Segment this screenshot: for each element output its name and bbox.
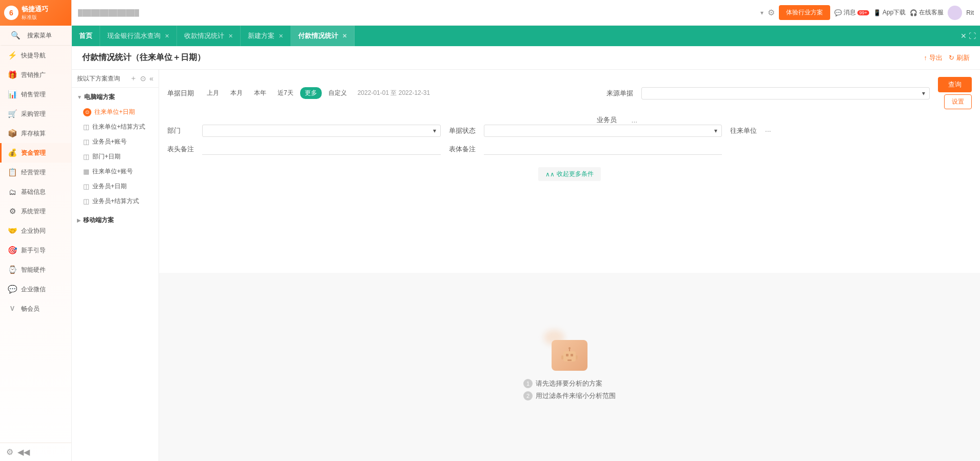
topbar-chevron-icon[interactable]: ▾ — [760, 9, 763, 16]
breadcrumb-path: ██████████████ — [78, 9, 139, 16]
scheme-item-icon: ▦ — [83, 168, 89, 175]
sales-icon: 📊 — [8, 90, 17, 99]
source-select[interactable]: ▾ — [641, 87, 930, 99]
tab-home[interactable]: 首页 — [72, 26, 100, 46]
scheme-item-icon: ◫ — [83, 123, 89, 131]
date-btn-last7[interactable]: 近7天 — [273, 87, 298, 99]
date-btn-custom[interactable]: 自定义 — [324, 87, 351, 99]
sidebar-item-basic-info[interactable]: 🗂 基础信息 — [0, 182, 71, 202]
settings-footer-icon[interactable]: ⚙ — [6, 447, 13, 457]
tab-bank-flow[interactable]: 现金银行流水查询 ✕ — [100, 26, 177, 46]
scheme-group-mobile-header[interactable]: ▶ 移动端方案 — [72, 213, 159, 228]
hardware-icon: ⌚ — [8, 265, 17, 274]
topbar-gear-icon[interactable]: ⚙ — [768, 8, 775, 17]
export-icon: ↑ — [924, 54, 928, 62]
query-btn[interactable]: 查询 — [938, 77, 972, 92]
app-download-icon: 📱 — [873, 9, 881, 16]
scheme-group-mobile: ▶ 移动端方案 — [72, 211, 159, 230]
scheme-item-unit-date[interactable]: ⊙ 往来单位+日期 — [72, 105, 159, 119]
tab-new-scheme[interactable]: 新建方案 ✕ — [241, 26, 291, 46]
scheme-item-label: 业务员+日期 — [92, 182, 127, 191]
scheme-group-desktop-header[interactable]: ▼ 电脑端方案 — [72, 90, 159, 105]
page-title: 付款情况统计（往来单位＋日期） — [82, 52, 205, 63]
date-btn-this-month[interactable]: 本月 — [226, 87, 247, 99]
member-icon: V — [8, 304, 17, 313]
sidebar-item-quick-nav[interactable]: ⚡ 快捷导航 — [0, 46, 71, 65]
date-label: 单据日期 — [167, 89, 198, 98]
topbar-online-service[interactable]: 🎧 在线客服 — [910, 8, 944, 17]
filter-group-header-note: 表头备注 — [167, 143, 441, 155]
date-btn-this-year[interactable]: 本年 — [249, 87, 271, 99]
sidebar-item-inventory[interactable]: 📦 库存核算 — [0, 124, 71, 143]
filter-group-date: 单据日期 上月 本月 本年 近7天 更多 自定义 2022-01-01 至 20… — [167, 87, 598, 99]
sidebar-item-hardware[interactable]: ⌚ 智能硬件 — [0, 260, 71, 279]
sidebar-item-wechat[interactable]: 💬 企业微信 — [0, 279, 71, 299]
sidebar-item-label: 基础信息 — [21, 188, 46, 196]
topbar-app-download[interactable]: 📱 App下载 — [873, 8, 906, 17]
app-title-wrap: 畅捷通巧 标准版 — [22, 5, 48, 21]
scheme-item-dept-date[interactable]: ◫ 部门+日期 — [72, 149, 159, 164]
body-note-input[interactable] — [484, 143, 722, 155]
tab-close-all-icon[interactable]: ✕ — [961, 32, 967, 40]
tab-payment-stats-close-icon[interactable]: ✕ — [342, 33, 347, 39]
scheme-collapse-icon[interactable]: « — [149, 74, 153, 83]
refresh-btn[interactable]: ↻ 刷新 — [949, 53, 970, 63]
salesman-ellipsis[interactable]: ... — [632, 116, 638, 124]
export-btn[interactable]: ↑ 导出 — [924, 53, 943, 63]
scheme-item-label: 往来单位+日期 — [94, 108, 135, 116]
scheme-item-unit-account[interactable]: ▦ 往来单位+账号 — [72, 164, 159, 179]
experience-btn[interactable]: 体验行业方案 — [779, 5, 830, 20]
scheme-settings-icon[interactable]: ⊙ — [140, 74, 146, 83]
settings-btn[interactable]: 设置 — [944, 94, 972, 109]
scheme-item-salesman-settle[interactable]: ◫ 业务员+结算方式 — [72, 194, 159, 209]
sidebar-item-member[interactable]: V 畅会员 — [0, 299, 71, 318]
scheme-item-salesman-date[interactable]: ◫ 业务员+日期 — [72, 179, 159, 194]
app-name: 畅捷通巧 — [22, 5, 48, 14]
tab-expand-icon[interactable]: ⛶ — [969, 32, 976, 40]
tab-payment-stats-label: 付款情况统计 — [298, 31, 338, 41]
sidebar-item-system[interactable]: ⚙ 系统管理 — [0, 202, 71, 221]
basic-info-icon: 🗂 — [8, 187, 17, 196]
tab-new-scheme-close-icon[interactable]: ✕ — [279, 33, 283, 39]
sidebar-item-finance[interactable]: 💰 资金管理 — [0, 143, 71, 163]
step2-label: 用过滤条件来缩小分析范围 — [536, 391, 616, 400]
step1-num: 1 — [523, 379, 533, 388]
sidebar-item-purchase[interactable]: 🛒 采购管理 — [0, 104, 71, 124]
tab-bank-flow-close-icon[interactable]: ✕ — [165, 33, 169, 39]
quick-nav-icon: ⚡ — [8, 51, 17, 60]
sidebar-item-marketing[interactable]: 🎁 营销推广 — [0, 65, 71, 85]
header-note-input[interactable] — [202, 143, 441, 155]
marketing-icon: 🎁 — [8, 70, 17, 79]
user-avatar[interactable] — [948, 6, 962, 20]
empty-text: 1 请先选择要分析的方案 2 用过滤条件来缩小分析范围 — [523, 379, 616, 404]
topbar-messages[interactable]: 💬 消息 99+ — [834, 8, 869, 17]
tab-receivable-close-icon[interactable]: ✕ — [228, 33, 233, 39]
sidebar-item-search[interactable]: 🔍 搜索菜单 — [0, 26, 71, 46]
doc-status-select[interactable]: ▾ — [484, 125, 722, 137]
svg-rect-7 — [576, 355, 578, 359]
sidebar-item-sales[interactable]: 📊 销售管理 — [0, 85, 71, 104]
date-btn-last-month[interactable]: 上月 — [202, 87, 224, 99]
system-icon: ⚙ — [8, 207, 17, 216]
salesman-label: 业务员 — [597, 115, 628, 125]
scheme-item-unit-settle[interactable]: ◫ 往来单位+结算方式 — [72, 119, 159, 134]
sidebar-item-guide[interactable]: 🎯 新手引导 — [0, 240, 71, 260]
filter-row-salesman: 业务员 ... — [167, 115, 972, 125]
guide-icon: 🎯 — [8, 246, 17, 255]
svg-rect-2 — [571, 354, 573, 356]
app-download-label: App下载 — [883, 8, 906, 17]
partner-ellipsis[interactable]: ··· — [765, 127, 771, 135]
sidebar-item-operations[interactable]: 📋 经营管理 — [0, 163, 71, 182]
sidebar-item-label: 畅会员 — [21, 305, 40, 313]
collapse-sidebar-icon[interactable]: ◀◀ — [17, 447, 30, 457]
sidebar-item-enterprise[interactable]: 🤝 企业协同 — [0, 221, 71, 240]
tab-receivable[interactable]: 收款情况统计 ✕ — [177, 26, 241, 46]
scheme-item-salesman-account[interactable]: ◫ 业务员+账号 — [72, 134, 159, 149]
user-name[interactable]: Rit — [966, 9, 974, 16]
date-btn-more[interactable]: 更多 — [300, 87, 322, 99]
collapse-more-btn[interactable]: ∧∧ 收起更多条件 — [538, 167, 601, 181]
scheme-add-icon[interactable]: ＋ — [130, 74, 137, 83]
tab-payment-stats[interactable]: 付款情况统计 ✕ — [291, 26, 355, 46]
dept-select[interactable]: ▾ — [202, 125, 441, 137]
topbar-breadcrumb: ██████████████ — [78, 9, 756, 16]
